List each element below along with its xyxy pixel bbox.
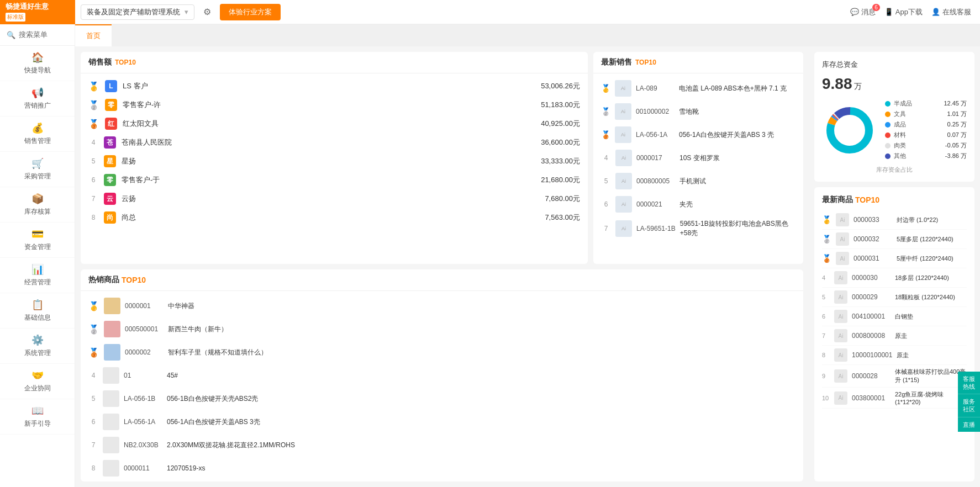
legend-label: 其他 (894, 152, 942, 160)
legend-dot (885, 112, 891, 117)
latest-code: 0000031 (853, 255, 892, 262)
customer-list-item: 8 尚 尚总 7,563.00元 (81, 208, 588, 227)
latest-thumb: Ai (834, 348, 847, 362)
latest-name: 封边带 (1.0*22) (897, 216, 967, 224)
latest-sales-title: 最新销售 (601, 57, 632, 67)
product-name: 59651-1B旋转投影灯电池盒ABS黑色+58壳 (680, 219, 795, 238)
customer-list-item: 🥉 红 红太阳文具 40,925.00元 (81, 114, 588, 133)
content-body: 销售额 TOP10 🥇 L LS 客户 53,006.26元 🥈 零 零售客户-… (75, 46, 980, 487)
online-service-button[interactable]: 👤 在线客服 (931, 7, 971, 17)
customer-list-item: 5 星 星扬 33,333.00元 (81, 152, 588, 171)
legend-dot (885, 143, 891, 149)
topbar-right: 💬 消息 6 📱 App下载 👤 在线客服 (850, 7, 971, 17)
sidebar-icon-3: 🛒 (31, 157, 44, 170)
sidebar-item-3[interactable]: 🛒采购管理 (0, 152, 75, 187)
latest-thumb: Ai (834, 290, 847, 304)
sidebar-item-6[interactable]: 📊经营管理 (0, 258, 75, 293)
legend-dot (885, 122, 891, 128)
latest-code: 0000028 (852, 372, 891, 380)
sidebar-item-0[interactable]: 🏠快捷导航 (0, 46, 75, 81)
sidebar: 🔍 搜索菜单 🏠快捷导航📢营销推广💰销售管理🛒采购管理📦库存核算💳资金管理📊经营… (0, 24, 75, 487)
sidebar-item-4[interactable]: 📦库存核算 (0, 187, 75, 223)
legend-value: -0.05 万 (945, 141, 967, 150)
customer-amount: 7,563.00元 (545, 213, 580, 223)
customer-list-item: 6 零 零售客户-于 21,680.00元 (81, 171, 588, 189)
messages-button[interactable]: 💬 消息 6 (850, 7, 876, 17)
latest-name: 体械嘉枝味苏打饮品400毫升 (1*15) (895, 368, 967, 384)
latest-sale-item: 🥈 Ai 001000002 雪地靴 (593, 100, 803, 123)
product-name: 夹壳 (679, 200, 795, 209)
sidebar-icon-8: ⚙️ (31, 334, 44, 346)
settings-icon[interactable]: ⚙ (199, 4, 215, 20)
sidebar-item-2[interactable]: 💰销售管理 (0, 117, 75, 152)
legend-value: -3.86 万 (945, 152, 967, 160)
search-menu[interactable]: 🔍 搜索菜单 (0, 24, 75, 46)
system-selector[interactable]: 装备及固定资产辅助管理系统 ▾ (81, 4, 194, 20)
product-thumb: Ai (615, 150, 632, 166)
service-community-button[interactable]: 服务社区 (958, 394, 980, 417)
sidebar-item-10[interactable]: 📖新手引导 (0, 399, 75, 435)
latest-products-list: 🥇 Ai 0000033 封边带 (1.0*22) 🥈 Ai 0000032 5… (822, 210, 967, 409)
latest-products-card: 最新商品 TOP10 🥇 Ai 0000033 封边带 (1.0*22) 🥈 A… (814, 187, 974, 481)
sidebar-icon-7: 📋 (31, 299, 44, 311)
rank-medal: 🥉 (88, 119, 99, 129)
tab-home[interactable]: 首页 (75, 24, 112, 46)
sidebar-item-1[interactable]: 📢营销推广 (0, 81, 75, 117)
product-code: 0000021 (636, 200, 675, 208)
bottom-panels-row: 热销商品 TOP10 🥇 0000001 中华神器 🥈 000500001 新西… (81, 269, 803, 481)
sidebar-item-7[interactable]: 📋基础信息 (0, 293, 75, 329)
latest-name: 白钢垫 (895, 313, 967, 321)
customer-panel-top10: TOP10 (115, 59, 136, 66)
hot-products-title: 热销商品 (88, 275, 119, 285)
donut-container: 半成品 12.45 万 文具 1.01 万 成品 0.25 万 材料 0.07 … (822, 99, 967, 162)
sidebar-item-9[interactable]: 🤝企业协同 (0, 364, 75, 399)
latest-rank: 9 (822, 373, 830, 379)
legend-item: 其他 -3.86 万 (885, 152, 967, 160)
product-name: 智利车子里（规格不知道填什么） (168, 348, 795, 357)
legend-label: 文具 (894, 110, 944, 118)
app-download-button[interactable]: 📱 App下载 (884, 7, 923, 17)
sidebar-label-7: 基础信息 (24, 313, 51, 322)
latest-product-item: 10 Ai 003800001 22g鱼豆腐-烧烤味 (1*12*20) (822, 388, 967, 409)
content-area: 首页 销售额 TOP10 🥇 L LS 客户 53,006.26元 🥈 零 (75, 24, 980, 487)
customer-tag: 云 (104, 193, 116, 205)
customer-tag: 苍 (104, 136, 116, 149)
product-thumb (104, 344, 120, 361)
legend-list: 半成品 12.45 万 文具 1.01 万 成品 0.25 万 材料 0.07 … (885, 99, 967, 162)
latest-product-item: 7 Ai 000800008 原圭 (822, 326, 967, 346)
customer-amount: 36,600.00元 (541, 137, 580, 147)
product-code: LA-59651-1B (636, 225, 676, 232)
latest-thumb: Ai (834, 329, 847, 342)
sidebar-icon-6: 📊 (31, 263, 44, 276)
product-code: LA-056-1B (124, 395, 162, 403)
latest-thumb: Ai (834, 391, 847, 405)
legend-dot (885, 133, 891, 138)
customer-tag: 星 (104, 155, 116, 167)
sidebar-label-9: 企业协同 (24, 384, 51, 393)
latest-sale-item: 🥇 Ai LA-089 电池盖 LA-089 ABS本色+黑种 7.1 克 (593, 77, 803, 100)
hot-product-item: 🥈 000500001 新西兰牛肉（新牛） (81, 317, 803, 341)
latest-rank: 7 (822, 332, 830, 339)
rank-medal: 🥉 (88, 347, 99, 358)
product-code: LA-089 (636, 84, 675, 92)
customer-top10-panel: 销售额 TOP10 🥇 L LS 客户 53,006.26元 🥈 零 零售客户-… (81, 52, 588, 264)
latest-code: 0000033 (853, 216, 892, 224)
latest-name: 原圭 (897, 351, 967, 359)
hot-product-item: 4 01 45# (81, 364, 803, 387)
product-name: 2.0X30MM双搓花轴.搓花直径2.1MM/ROHS (167, 441, 795, 450)
latest-rank-medal: 🥉 (822, 254, 831, 263)
sidebar-item-8[interactable]: ⚙️系统管理 (0, 329, 75, 364)
customer-service-hotline-button[interactable]: 客服热线 (958, 372, 980, 395)
latest-rank: 6 (822, 313, 830, 320)
legend-item: 半成品 12.45 万 (885, 99, 967, 108)
rank-medal: 🥇 (88, 301, 99, 311)
latest-sale-item: 5 Ai 000800005 手机测试 (593, 170, 803, 193)
product-thumb: Ai (615, 103, 631, 120)
trial-button[interactable]: 体验行业方案 (220, 4, 281, 20)
legend-value: 0.25 万 (947, 120, 967, 129)
sidebar-item-5[interactable]: 💳资金管理 (0, 223, 75, 258)
latest-code: 10000100001 (852, 351, 892, 359)
live-broadcast-button[interactable]: 直播 (958, 417, 980, 432)
rank-num: 6 (601, 200, 611, 208)
latest-name: 22g鱼豆腐-烧烤味 (1*12*20) (895, 390, 967, 405)
